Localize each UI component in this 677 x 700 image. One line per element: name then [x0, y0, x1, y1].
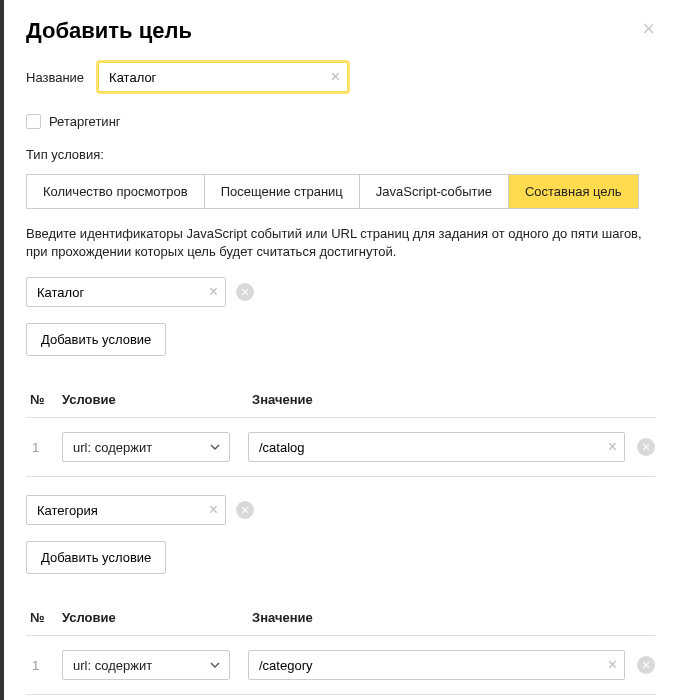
condition-value-input[interactable] — [248, 650, 625, 680]
remove-condition-icon[interactable]: × — [637, 656, 655, 674]
col-header-value: Значение — [252, 610, 655, 625]
retargeting-checkbox[interactable] — [26, 114, 41, 129]
tab-composite-goal[interactable]: Составная цель — [509, 175, 638, 208]
dialog-title: Добавить цель — [26, 18, 192, 44]
description-text: Введите идентификаторы JavaScript событи… — [26, 225, 655, 261]
clear-step-icon[interactable]: × — [209, 283, 218, 301]
col-header-value: Значение — [252, 392, 655, 407]
col-header-condition: Условие — [62, 610, 252, 625]
condition-select[interactable]: url: содержит — [62, 432, 230, 462]
step-name-input[interactable] — [26, 277, 226, 307]
row-num: 1 — [26, 440, 62, 455]
chevron-down-icon — [210, 662, 220, 668]
tab-js-event[interactable]: JavaScript-событие — [360, 175, 509, 208]
tab-page-visit[interactable]: Посещение страниц — [205, 175, 360, 208]
condition-row: 1 url: содержит × × — [26, 418, 655, 477]
condition-type-tabs: Количество просмотров Посещение страниц … — [26, 174, 639, 209]
remove-step-icon[interactable]: × — [236, 283, 254, 301]
col-header-condition: Условие — [62, 392, 252, 407]
condition-value-input[interactable] — [248, 432, 625, 462]
tab-view-count[interactable]: Количество просмотров — [27, 175, 205, 208]
col-header-num: № — [26, 392, 62, 407]
clear-value-icon[interactable]: × — [608, 656, 617, 674]
retargeting-label: Ретаргетинг — [49, 114, 121, 129]
add-condition-button[interactable]: Добавить условие — [26, 541, 166, 574]
condition-row: 1 url: содержит × × — [26, 636, 655, 695]
close-icon[interactable]: × — [642, 18, 655, 40]
row-num: 1 — [26, 658, 62, 673]
condition-select-value: url: содержит — [73, 440, 152, 455]
clear-step-icon[interactable]: × — [209, 501, 218, 519]
name-input[interactable] — [98, 62, 348, 92]
step-name-input[interactable] — [26, 495, 226, 525]
add-condition-button[interactable]: Добавить условие — [26, 323, 166, 356]
name-label: Название — [26, 70, 84, 85]
chevron-down-icon — [210, 444, 220, 450]
condition-select-value: url: содержит — [73, 658, 152, 673]
col-header-num: № — [26, 610, 62, 625]
remove-step-icon[interactable]: × — [236, 501, 254, 519]
condition-select[interactable]: url: содержит — [62, 650, 230, 680]
remove-condition-icon[interactable]: × — [637, 438, 655, 456]
clear-value-icon[interactable]: × — [608, 438, 617, 456]
condition-type-label: Тип условия: — [26, 147, 655, 162]
clear-name-icon[interactable]: × — [331, 68, 340, 86]
